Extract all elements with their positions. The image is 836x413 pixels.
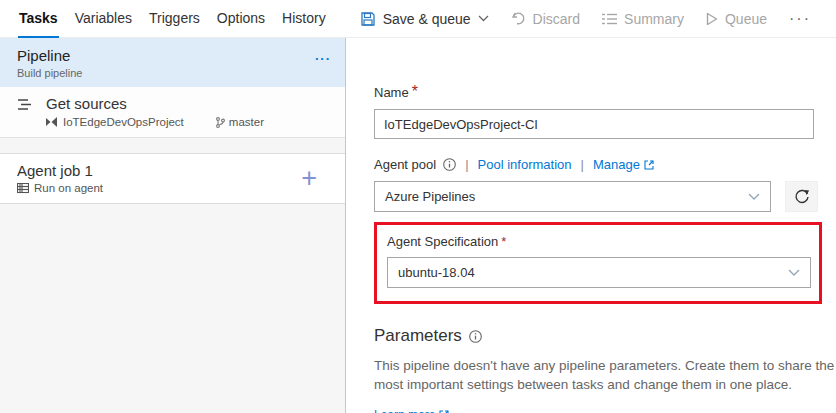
repo-name: IoTEdgeDevOpsProject — [63, 116, 184, 128]
add-task-button[interactable]: + — [301, 168, 317, 188]
refresh-agent-pool-button[interactable] — [785, 181, 818, 212]
agent-pool-select[interactable]: Azure Pipelines — [374, 181, 771, 212]
chevron-down-icon — [788, 269, 800, 277]
tab-variables[interactable]: Variables — [74, 0, 133, 38]
pipeline-tabs: Tasks Variables Triggers Options History — [18, 0, 342, 38]
save-icon — [360, 11, 376, 27]
info-icon[interactable] — [469, 330, 482, 343]
link-separator: | — [581, 157, 584, 172]
steps-icon — [18, 98, 34, 128]
agent-pool-label: Agent pool — [374, 157, 436, 172]
agent-specification-value: ubuntu-18.04 — [398, 265, 475, 280]
get-sources-text: Get sources IoTEdgeDevOpsProject master — [46, 95, 264, 128]
manage-link-label: Manage — [593, 157, 640, 172]
parameters-title: Parameters — [374, 326, 462, 346]
queue-label: Queue — [725, 11, 767, 27]
tab-options[interactable]: Options — [216, 0, 266, 38]
pool-information-link[interactable]: Pool information — [478, 157, 572, 172]
agent-specification-highlight: Agent Specification* ubuntu-18.04 — [374, 222, 822, 304]
pipeline-more-button[interactable]: ··· — [315, 51, 331, 66]
agent-specification-required-asterisk: * — [501, 234, 506, 249]
tab-history[interactable]: History — [281, 0, 327, 38]
parameters-description: This pipeline doesn't have any pipeline … — [374, 357, 836, 395]
command-bar: Tasks Variables Triggers Options History… — [0, 0, 836, 38]
save-queue-label: Save & queue — [383, 11, 471, 27]
agent-job-text: Agent job 1 Run on agent — [17, 162, 103, 194]
save-queue-button[interactable]: Save & queue — [360, 11, 489, 27]
branch-icon — [215, 117, 225, 128]
editor-content: Pipeline Build pipeline ··· Get sources … — [0, 38, 836, 413]
more-commands-button[interactable]: ··· — [789, 10, 811, 28]
sidebar-item-get-sources[interactable]: Get sources IoTEdgeDevOpsProject master — [0, 87, 345, 138]
learn-more-link[interactable]: Learn more — [374, 408, 449, 413]
sidebar-item-pipeline[interactable]: Pipeline Build pipeline ··· — [0, 38, 345, 87]
refresh-icon — [794, 189, 810, 205]
agent-specification-label: Agent Specification — [387, 234, 498, 249]
link-separator: | — [465, 157, 468, 172]
agent-job-title: Agent job 1 — [17, 162, 103, 179]
pipeline-header-text: Pipeline Build pipeline — [17, 47, 82, 79]
info-icon[interactable] — [443, 158, 456, 171]
chevron-down-icon — [748, 193, 760, 201]
discard-label: Discard — [533, 11, 580, 27]
branch-name: master — [229, 116, 264, 128]
repo-icon — [46, 117, 58, 127]
name-input[interactable] — [374, 109, 814, 139]
agent-specification-select[interactable]: ubuntu-18.04 — [387, 257, 811, 288]
tab-triggers[interactable]: Triggers — [148, 0, 201, 38]
play-icon — [706, 12, 718, 26]
sidebar-item-agent-job[interactable]: Agent job 1 Run on agent + — [0, 153, 345, 204]
agent-job-subtitle: Run on agent — [34, 182, 103, 194]
pipeline-title: Pipeline — [17, 47, 82, 64]
job-details-panel: Name* Agent pool | Pool information | Ma… — [346, 38, 836, 413]
chevron-down-icon — [478, 15, 489, 22]
name-label: Name — [374, 85, 409, 100]
sidebar-gap — [0, 138, 345, 153]
pipeline-sidebar: Pipeline Build pipeline ··· Get sources … — [0, 38, 346, 413]
learn-more-label: Learn more — [374, 408, 435, 413]
external-link-icon — [644, 160, 654, 170]
get-sources-title: Get sources — [46, 95, 264, 112]
pipeline-subtitle: Build pipeline — [17, 67, 82, 79]
name-required-asterisk: * — [412, 83, 418, 100]
summary-button: Summary — [602, 11, 684, 27]
undo-icon — [511, 11, 526, 26]
agent-icon — [17, 183, 29, 194]
tab-tasks[interactable]: Tasks — [18, 0, 59, 38]
discard-button: Discard — [511, 11, 580, 27]
manage-link[interactable]: Manage — [593, 157, 654, 172]
summary-label: Summary — [624, 11, 684, 27]
agent-pool-value: Azure Pipelines — [385, 189, 475, 204]
list-icon — [602, 13, 617, 25]
queue-button: Queue — [706, 11, 767, 27]
